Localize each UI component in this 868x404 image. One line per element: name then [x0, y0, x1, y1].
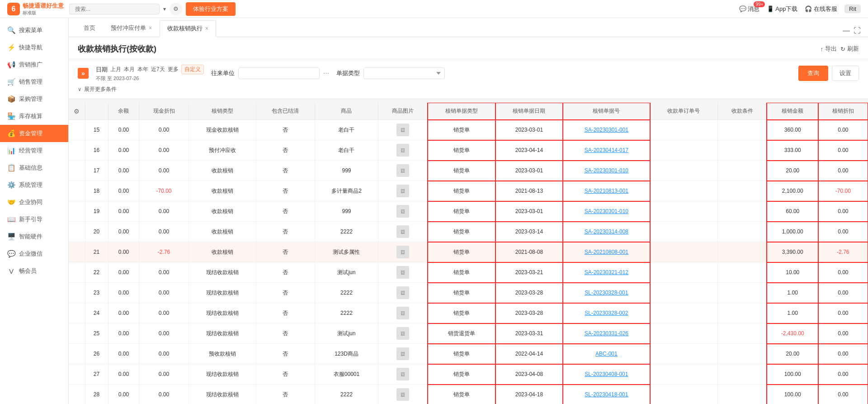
sidebar-item-marketing[interactable]: 📢 营销推广: [0, 56, 68, 73]
filter-partner-input[interactable]: [238, 67, 320, 79]
filter-settings-btn[interactable]: 设置: [832, 66, 859, 81]
tab-expand-icon[interactable]: ⛶: [854, 27, 861, 35]
td-cancel-type: 现结收款核销: [189, 303, 256, 323]
td-receipt-condition: [717, 181, 767, 201]
tab-prepay[interactable]: 预付冲应付单 ×: [103, 20, 160, 37]
system-icon: ⚙️: [7, 181, 15, 189]
date-custom[interactable]: 自定义: [181, 65, 204, 74]
sidebar-item-member[interactable]: V 畅会员: [0, 262, 68, 280]
date-last-month[interactable]: 上月: [110, 66, 121, 73]
query-btn[interactable]: 查询: [798, 66, 828, 81]
td-cancel-amount: 20.00: [767, 344, 818, 364]
td-bill-no[interactable]: SA-20230331-026: [563, 323, 650, 344]
date-7days[interactable]: 近7天: [151, 66, 165, 73]
td-seq: 24: [85, 303, 108, 323]
table-row: 26 0.00 0.00 预收款核销 否 123D商品 🖼 销货单 2022-0…: [69, 344, 868, 364]
tab-prepay-close[interactable]: ×: [149, 25, 152, 31]
sales-icon: 🛒: [7, 78, 15, 86]
th-settings[interactable]: ⚙: [69, 103, 85, 120]
td-settings: [69, 120, 85, 140]
td-cash-discount: 0.00: [139, 283, 189, 303]
sidebar-item-basic[interactable]: 📋 基础信息: [0, 159, 68, 176]
td-receipt-condition: [717, 303, 767, 323]
expand-more-icon: ∨: [78, 86, 81, 92]
td-bill-no[interactable]: SL-20230328-001: [563, 283, 650, 303]
industry-btn[interactable]: 体验行业方案: [186, 2, 236, 16]
settings-gear-icon[interactable]: ⚙: [170, 3, 182, 15]
tab-home[interactable]: 首页: [76, 20, 103, 37]
td-bill-no[interactable]: SL-20230408-001: [563, 364, 650, 385]
td-balance: 0.00: [108, 120, 139, 140]
sidebar-item-wechat[interactable]: 💬 企业微信: [0, 245, 68, 262]
table-row: 27 0.00 0.00 现结收款核销 否 衣服00001 🖼 销货单 2023…: [69, 364, 868, 385]
app-download-btn[interactable]: 📱 App下载: [767, 5, 797, 13]
td-cancel-discount: 0.00: [818, 140, 868, 161]
sidebar-item-system[interactable]: ⚙️ 系统管理: [0, 176, 68, 194]
brand-name: 畅捷通谱好生意: [23, 2, 64, 10]
td-receipt-order-no: [650, 344, 718, 364]
td-bill-no[interactable]: SA-20230301-001: [563, 120, 650, 140]
td-receipt-order-no: [650, 385, 718, 404]
dropdown-trigger[interactable]: ▾: [163, 6, 166, 12]
export-btn[interactable]: ↑ 导出: [821, 45, 837, 53]
td-bill-no[interactable]: SA-20230414-017: [563, 140, 650, 161]
td-bill-no[interactable]: SA-20210808-001: [563, 242, 650, 262]
filter-expand-btn[interactable]: »: [78, 68, 89, 79]
online-service-btn[interactable]: 🎧 在线客服: [805, 5, 837, 13]
td-seq: 25: [85, 323, 108, 344]
td-receipt-order-no: [650, 181, 718, 201]
td-bill-date: 2023-03-31: [495, 323, 563, 344]
td-includes-cleared: 否: [256, 323, 315, 344]
td-bill-no[interactable]: SA-20230301-010: [563, 161, 650, 181]
sidebar-item-search[interactable]: 🔍 搜索菜单: [0, 22, 68, 39]
date-this-month[interactable]: 本月: [124, 66, 135, 73]
td-bill-no[interactable]: SL-20230328-002: [563, 303, 650, 323]
sidebar: 🔍 搜索菜单 ⚡ 快捷导航 📢 营销推广 🛒 销售管理 📦 采购管理 🏪 库存核…: [0, 18, 69, 404]
logo: 6 畅捷通谱好生意 标准版: [7, 2, 64, 16]
tab-receipt[interactable]: 收款核销执行 ×: [160, 20, 216, 37]
date-more[interactable]: 更多: [168, 66, 179, 73]
filter-partner-dots[interactable]: ···: [323, 69, 329, 77]
td-cancel-type: 现结收款核销: [189, 323, 256, 344]
td-bill-type: 销货单: [428, 303, 495, 323]
col-settings-icon[interactable]: ⚙: [74, 108, 80, 115]
filter-bill-type-select[interactable]: [363, 67, 445, 79]
td-receipt-condition: [717, 161, 767, 181]
sidebar-item-hardware[interactable]: 🖥️ 智能硬件: [0, 228, 68, 245]
td-bill-no[interactable]: SL-20230418-001: [563, 385, 650, 404]
user-menu[interactable]: Rit: [844, 5, 861, 13]
td-cash-discount: 0.00: [139, 262, 189, 283]
td-bill-no[interactable]: SA-20230314-008: [563, 222, 650, 242]
member-icon: V: [7, 267, 15, 275]
td-bill-no[interactable]: ABC-001: [563, 344, 650, 364]
td-bill-no[interactable]: SA-20210813-001: [563, 181, 650, 201]
td-goods: 2222: [315, 385, 378, 404]
td-balance: 0.00: [108, 262, 139, 283]
message-btn[interactable]: 💬 消息 99+: [739, 5, 760, 13]
refresh-btn[interactable]: ↻ 刷新: [840, 45, 859, 53]
sidebar-item-corp[interactable]: 🤝 企业协同: [0, 194, 68, 211]
sidebar-item-purchase[interactable]: 📦 采购管理: [0, 90, 68, 108]
sidebar-item-inventory[interactable]: 🏪 库存核算: [0, 108, 68, 125]
td-cancel-type: 收款核销: [189, 161, 256, 181]
td-bill-no[interactable]: SA-20230301-010: [563, 201, 650, 222]
tab-receipt-close[interactable]: ×: [205, 25, 208, 32]
corp-icon: 🤝: [7, 198, 15, 206]
th-seq: [85, 103, 108, 120]
sidebar-item-operation[interactable]: 📊 经营管理: [0, 142, 68, 159]
sidebar-item-guide[interactable]: 📖 新手引导: [0, 211, 68, 228]
sidebar-item-quick-nav[interactable]: ⚡ 快捷导航: [0, 39, 68, 56]
th-goods: 商品: [315, 103, 378, 120]
sidebar-item-finance[interactable]: 💰 资金管理: [0, 125, 68, 142]
tab-minimize-icon[interactable]: —: [843, 27, 850, 35]
td-receipt-order-no: [650, 120, 718, 140]
date-this-year[interactable]: 本年: [137, 66, 148, 73]
filter-bar: » 日期 上月 本月 本年 近7天 更多 自定义 不限 至 2023-07-26: [69, 59, 868, 99]
filter-more-row[interactable]: ∨ 展开更多条件: [78, 86, 859, 93]
td-bill-no[interactable]: SA-20230321-012: [563, 262, 650, 283]
td-cash-discount: 0.00: [139, 201, 189, 222]
td-settings: [69, 161, 85, 181]
refresh-label: 刷新: [847, 45, 859, 53]
sidebar-item-sales[interactable]: 🛒 销售管理: [0, 73, 68, 90]
top-search-input[interactable]: [69, 4, 160, 14]
